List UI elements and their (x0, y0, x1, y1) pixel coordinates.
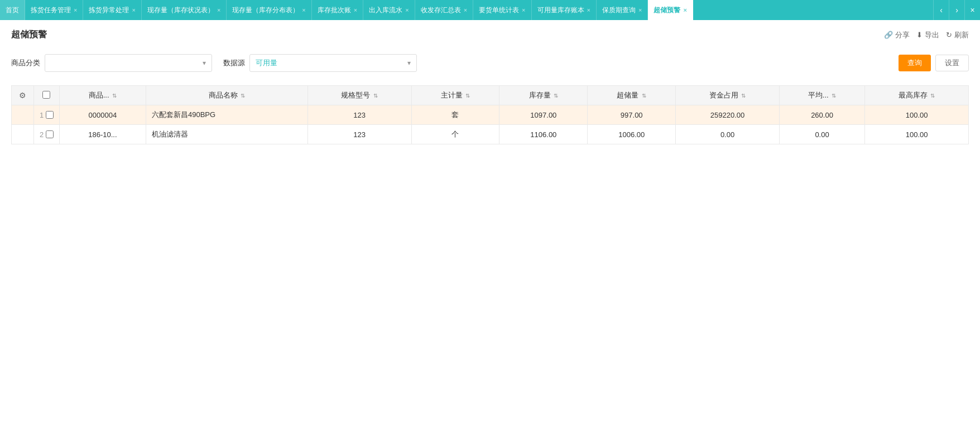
filter-actions: 查询 设置 (899, 55, 969, 71)
col-unit-label: 主计量 (441, 91, 463, 99)
close-inout-flow[interactable]: × (405, 7, 409, 13)
col-max-stock[interactable]: 最高库存 ⇅ (865, 86, 969, 105)
row-capital: 0.00 (676, 125, 780, 144)
category-chevron-icon: ▾ (203, 59, 206, 67)
col-overstock[interactable]: 超储量 ⇅ (588, 86, 676, 105)
row-overstock: 1006.00 (588, 125, 676, 144)
page-header: 超储预警 🔗 分享 ⬇ 导出 ↻ 刷新 (11, 29, 969, 41)
category-label: 商品分类 (11, 58, 40, 68)
nav-arrow-right[interactable]: › (949, 0, 964, 20)
row-product-code: 0000004 (59, 105, 146, 125)
nav-order-stats[interactable]: 要货单统计表 × (473, 0, 531, 20)
col-unit[interactable]: 主计量 ⇅ (411, 86, 499, 105)
export-button[interactable]: ⬇ 导出 (916, 30, 939, 40)
sort-capital-icon: ⇅ (741, 93, 746, 99)
nav-arrows: ‹ › × (933, 0, 980, 20)
nav-expiry[interactable]: 保质期查询 × (597, 0, 648, 20)
gear-icon[interactable]: ⚙ (19, 91, 26, 100)
close-inventory-dist[interactable]: × (302, 7, 305, 13)
row-checkbox-cell: 2 (34, 125, 60, 144)
close-order-stats[interactable]: × (522, 7, 525, 13)
col-spec[interactable]: 规格型号 ⇅ (308, 86, 411, 105)
close-task-mgmt[interactable]: × (74, 7, 77, 13)
data-table: ⚙ 商品... ⇅ 商品名称 ⇅ 规格型号 ⇅ 主计量 (11, 85, 969, 144)
nav-inventory-status[interactable]: 现存量（库存状况表） × (142, 0, 227, 20)
close-abnormal[interactable]: × (132, 7, 135, 13)
row-product-name: 机油滤清器 (146, 125, 308, 144)
sort-avg-icon: ⇅ (832, 93, 836, 99)
col-product-name-label: 商品名称 (209, 91, 238, 99)
select-all-checkbox[interactable] (42, 91, 50, 99)
sort-max-stock-icon: ⇅ (930, 93, 935, 99)
sort-overstock-icon: ⇅ (642, 93, 646, 99)
nav-abnormal[interactable]: 拣货异常处理 × (83, 0, 141, 20)
row-index: 1 (40, 111, 44, 119)
refresh-icon: ↻ (946, 31, 952, 39)
nav-task-mgmt[interactable]: 拣货任务管理 × (25, 0, 83, 20)
row-avg: 260.00 (779, 105, 864, 125)
row-capital: 259220.00 (676, 105, 780, 125)
row-settings-cell (12, 105, 34, 125)
sort-spec-icon: ⇅ (373, 93, 378, 99)
header-actions: 🔗 分享 ⬇ 导出 ↻ 刷新 (884, 30, 969, 40)
row-checkbox[interactable] (46, 130, 54, 138)
close-collect-summary[interactable]: × (464, 7, 467, 13)
col-spec-label: 规格型号 (341, 91, 370, 99)
nav-collect-summary[interactable]: 收发存汇总表 × (415, 0, 473, 20)
sort-product-name-icon: ⇅ (241, 93, 245, 99)
nav-arrow-close[interactable]: × (964, 0, 980, 20)
nav-inout-flow[interactable]: 出入库流水 × (363, 0, 415, 20)
row-max-stock: 100.00 (865, 125, 969, 144)
export-icon: ⬇ (916, 31, 923, 39)
page-content: 超储预警 🔗 分享 ⬇ 导出 ↻ 刷新 商品分类 ▾ 数据源 (0, 20, 980, 446)
col-capital-label: 资金占用 (709, 91, 738, 99)
col-overstock-label: 超储量 (617, 91, 638, 99)
close-overstock[interactable]: × (683, 7, 686, 13)
row-overstock: 997.00 (588, 105, 676, 125)
share-button[interactable]: 🔗 分享 (884, 30, 910, 40)
row-spec: 123 (308, 105, 411, 125)
close-expiry[interactable]: × (638, 7, 642, 13)
row-index: 2 (40, 130, 44, 139)
page-title: 超储预警 (11, 29, 47, 41)
sort-stock-icon: ⇅ (554, 93, 558, 99)
col-stock[interactable]: 库存量 ⇅ (499, 86, 588, 105)
col-product-code-label: 商品... (89, 91, 109, 99)
nav-arrow-left[interactable]: ‹ (933, 0, 949, 20)
nav-home[interactable]: 首页 (0, 0, 25, 20)
row-spec: 123 (308, 125, 411, 144)
datasource-label: 数据源 (223, 58, 245, 68)
nav-inventory-dist[interactable]: 现存量（库存分布表） × (227, 0, 311, 20)
row-checkbox-cell: 1 (34, 105, 60, 125)
row-stock: 1106.00 (499, 125, 588, 144)
share-icon: 🔗 (884, 31, 893, 39)
close-inventory-status[interactable]: × (217, 7, 220, 13)
table-header-row: ⚙ 商品... ⇅ 商品名称 ⇅ 规格型号 ⇅ 主计量 (12, 86, 969, 105)
row-checkbox[interactable] (46, 111, 54, 119)
nav-batch[interactable]: 库存批次账 × (312, 0, 363, 20)
col-avg[interactable]: 平均... ⇅ (779, 86, 864, 105)
col-capital[interactable]: 资金占用 ⇅ (676, 86, 780, 105)
refresh-button[interactable]: ↻ 刷新 (946, 30, 969, 40)
close-available-account[interactable]: × (587, 7, 590, 13)
category-select[interactable]: ▾ (45, 54, 212, 72)
row-stock: 1097.00 (499, 105, 588, 125)
col-checkbox (34, 86, 60, 105)
table-row: 2 186-10... 机油滤清器 123 个 1106.00 1006.00 … (12, 125, 969, 144)
col-stock-label: 库存量 (529, 91, 551, 99)
row-max-stock: 100.00 (865, 105, 969, 125)
col-product-name[interactable]: 商品名称 ⇅ (146, 86, 308, 105)
row-product-name: 六配套新昌490BPG (146, 105, 308, 125)
col-avg-label: 平均... (808, 91, 829, 99)
row-settings-cell (12, 125, 34, 144)
nav-overstock[interactable]: 超储预警 × (648, 0, 693, 20)
sort-product-code-icon: ⇅ (112, 93, 117, 99)
settings-button[interactable]: 设置 (935, 55, 969, 71)
datasource-select[interactable]: 可用量 ▾ (249, 54, 417, 72)
col-product-code[interactable]: 商品... ⇅ (59, 86, 146, 105)
query-button[interactable]: 查询 (899, 55, 931, 71)
nav-available-account[interactable]: 可用量库存账本 × (532, 0, 597, 20)
top-navigation: 首页 拣货任务管理 × 拣货异常处理 × 现存量（库存状况表） × 现存量（库存… (0, 0, 980, 20)
table-row: 1 0000004 六配套新昌490BPG 123 套 1097.00 997.… (12, 105, 969, 125)
close-batch[interactable]: × (354, 7, 357, 13)
